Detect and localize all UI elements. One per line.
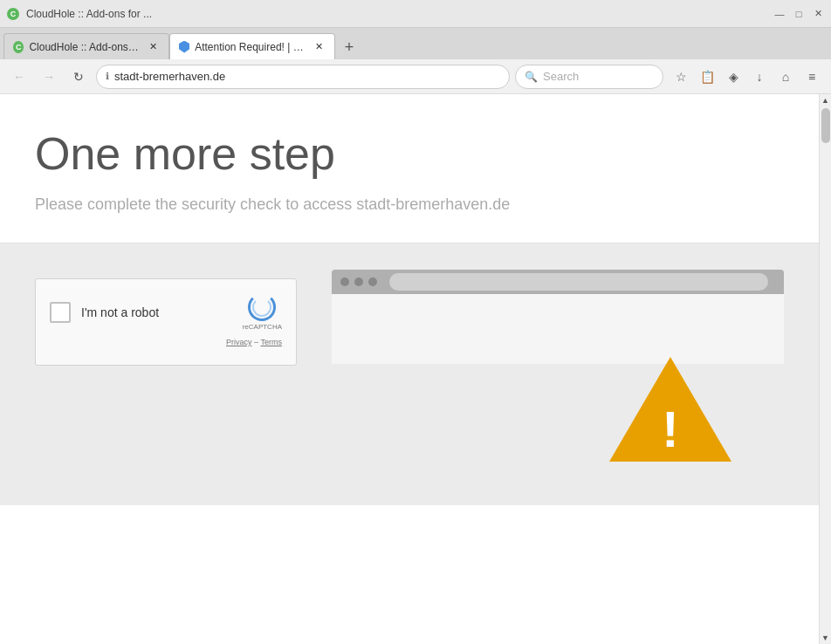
illus-dot-2 [354, 277, 363, 286]
window-title: CloudHole :: Add-ons for ... [26, 8, 152, 20]
captcha-logo: reCAPTCHA [243, 293, 282, 331]
forward-button[interactable]: → [37, 65, 61, 89]
back-button[interactable]: ← [7, 65, 31, 89]
recaptcha-brand: reCAPTCHA [243, 323, 282, 331]
url-box[interactable]: ℹ stadt-bremerhaven.de [96, 65, 510, 89]
exclamation-mark: ! [662, 404, 678, 455]
reader-button[interactable]: 📋 [695, 65, 719, 89]
tab-favicon-cloudhole: C [13, 41, 24, 53]
captcha-footer: Privacy – Terms [50, 338, 282, 346]
toolbar-icons: ☆ 📋 ◈ ↓ ⌂ ≡ [669, 65, 824, 89]
menu-button[interactable]: ≡ [800, 65, 824, 89]
tab-attention[interactable]: Attention Required! | Clou... ✕ [169, 33, 335, 59]
bookmark-button[interactable]: ☆ [669, 65, 693, 89]
page-subtitle: Please complete the security check to ac… [35, 193, 784, 216]
warning-shape: ! [609, 357, 731, 462]
window-controls: — □ ✕ [773, 8, 824, 20]
window-titlebar: C CloudHole :: Add-ons for ... — □ ✕ [0, 0, 831, 28]
captcha-label: I'm not a robot [81, 305, 232, 319]
scrollbar[interactable]: ▲ ▼ [819, 94, 831, 644]
pocket-button[interactable]: ◈ [721, 65, 745, 89]
illus-content [332, 294, 784, 364]
new-tab-button[interactable]: + [337, 35, 361, 59]
scrollbar-up-arrow[interactable]: ▲ [820, 94, 832, 106]
tab-label-cloudhole: CloudHole :: Add-ons for ... [29, 41, 141, 53]
tab-cloudhole[interactable]: C CloudHole :: Add-ons for ... ✕ [3, 33, 169, 59]
illus-dot-3 [368, 277, 377, 286]
captcha-checkbox[interactable] [50, 302, 71, 323]
tab-favicon-attention [179, 41, 189, 53]
illus-dot-1 [340, 277, 349, 286]
home-button[interactable]: ⌂ [773, 65, 798, 89]
download-button[interactable]: ↓ [747, 65, 772, 89]
search-placeholder: Search [543, 70, 579, 83]
page-top-section: One more step Please complete the securi… [0, 94, 819, 243]
page-content: One more step Please complete the securi… [0, 94, 819, 644]
minimize-button[interactable]: — [773, 8, 786, 20]
captcha-area: I'm not a robot reCAPTCHA Privacy – Term… [35, 270, 297, 479]
window-favicon: C [7, 8, 19, 20]
page-bottom-section: I'm not a robot reCAPTCHA Privacy – Term… [0, 243, 819, 505]
recaptcha-logo-icon [248, 293, 276, 321]
page-main-title: One more step [35, 129, 784, 179]
browser-body: One more step Please complete the securi… [0, 94, 831, 644]
browser-illustration: ! [332, 270, 784, 479]
captcha-terms-link[interactable]: Terms [261, 338, 283, 346]
warning-triangle: ! [609, 357, 731, 462]
tab-close-cloudhole[interactable]: ✕ [146, 40, 160, 54]
scrollbar-down-arrow[interactable]: ▼ [820, 632, 832, 644]
close-button[interactable]: ✕ [812, 8, 824, 20]
illus-titlebar [332, 270, 784, 294]
captcha-widget[interactable]: I'm not a robot reCAPTCHA Privacy – Term… [35, 278, 297, 366]
captcha-inner: I'm not a robot reCAPTCHA [50, 293, 282, 331]
captcha-separator: – [251, 338, 260, 346]
tab-close-attention[interactable]: ✕ [312, 40, 326, 54]
info-icon: ℹ [106, 71, 109, 82]
reload-button[interactable]: ↻ [66, 65, 91, 89]
tab-label-attention: Attention Required! | Clou... [195, 41, 306, 53]
illus-urlbar [389, 273, 768, 291]
url-text: stadt-bremerhaven.de [114, 70, 500, 83]
tabs-bar: C CloudHole :: Add-ons for ... ✕ Attenti… [0, 28, 831, 59]
address-bar: ← → ↻ ℹ stadt-bremerhaven.de 🔍 Search ☆ … [0, 59, 831, 94]
captcha-privacy-link[interactable]: Privacy [226, 338, 252, 346]
illus-browser-frame [332, 270, 784, 364]
scrollbar-thumb[interactable] [821, 108, 830, 143]
search-box[interactable]: 🔍 Search [515, 65, 663, 89]
maximize-button[interactable]: □ [793, 8, 805, 20]
search-icon: 🔍 [525, 71, 538, 83]
